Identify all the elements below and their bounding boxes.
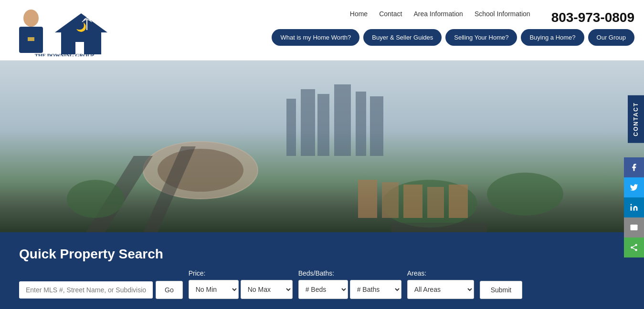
twitter-button[interactable] xyxy=(624,177,644,197)
svg-point-1 xyxy=(635,244,637,247)
price-max-select[interactable]: No Max xyxy=(241,280,293,299)
search-section: Quick Property Search Go Price: No Min N… xyxy=(0,232,644,309)
svg-rect-19 xyxy=(334,84,351,156)
email-button[interactable] xyxy=(624,217,644,237)
price-field-group: Price: No Min No Max xyxy=(189,269,293,299)
svg-rect-32 xyxy=(427,187,444,218)
svg-point-28 xyxy=(487,173,563,216)
nav-home[interactable]: Home xyxy=(350,10,368,25)
home-worth-button[interactable]: What is my Home Worth? xyxy=(272,29,359,46)
buying-home-button[interactable]: Buying a Home? xyxy=(521,29,584,46)
beds-baths-field-group: Beds/Baths: # Beds # Baths xyxy=(298,269,401,299)
svg-rect-34 xyxy=(391,223,487,232)
svg-line-4 xyxy=(633,248,635,249)
buyer-seller-guides-button[interactable]: Buyer & Seller Guides xyxy=(363,29,442,46)
beds-select[interactable]: # Beds xyxy=(298,280,348,299)
svg-line-5 xyxy=(633,246,635,247)
areas-select[interactable]: All Areas xyxy=(407,280,474,299)
svg-point-3 xyxy=(635,249,637,251)
svg-rect-30 xyxy=(382,182,399,218)
header: 🌙 THE DOWNING GROUP Home Contact Area In… xyxy=(0,0,644,61)
svg-rect-33 xyxy=(449,185,468,218)
svg-rect-18 xyxy=(317,94,329,156)
nav-school-info[interactable]: School Information xyxy=(475,10,530,25)
svg-rect-17 xyxy=(301,89,315,156)
svg-text:THE DOWNING GROUP: THE DOWNING GROUP xyxy=(35,52,95,56)
contact-sidebar[interactable]: CONTACT xyxy=(628,95,644,143)
areas-field-group: Areas: All Areas xyxy=(407,269,474,299)
svg-point-2 xyxy=(631,247,633,249)
social-sidebar xyxy=(624,157,644,258)
svg-text:🌙: 🌙 xyxy=(76,22,87,32)
nav-contact[interactable]: Contact xyxy=(379,10,402,25)
areas-label: Areas: xyxy=(407,269,474,277)
contact-tab-label[interactable]: CONTACT xyxy=(628,95,644,143)
price-min-select[interactable]: No Min xyxy=(189,280,239,299)
nav-area-info[interactable]: Area Information xyxy=(413,10,463,25)
search-form: Go Price: No Min No Max Beds/Baths: # Be… xyxy=(19,269,625,299)
svg-point-6 xyxy=(23,10,39,27)
selling-home-button[interactable]: Selling Your Home? xyxy=(445,29,517,46)
beds-baths-label: Beds/Baths: xyxy=(298,269,401,277)
logo-area: 🌙 THE DOWNING GROUP xyxy=(10,4,119,56)
svg-rect-29 xyxy=(358,180,377,218)
hero-image xyxy=(0,61,644,232)
svg-rect-20 xyxy=(356,92,366,156)
facebook-button[interactable] xyxy=(624,157,644,177)
mls-search-input[interactable] xyxy=(19,281,153,299)
price-label: Price: xyxy=(189,269,293,277)
svg-point-0 xyxy=(631,204,632,206)
share-button[interactable] xyxy=(624,237,644,258)
search-title: Quick Property Search xyxy=(19,247,625,262)
svg-point-26 xyxy=(67,180,124,218)
svg-rect-31 xyxy=(403,185,422,218)
go-button[interactable]: Go xyxy=(156,281,183,299)
svg-rect-16 xyxy=(286,99,296,156)
our-group-button[interactable]: Our Group xyxy=(588,29,634,46)
linkedin-button[interactable] xyxy=(624,197,644,217)
phone-number: 803-973-0809 xyxy=(551,10,634,25)
nav-buttons: What is my Home Worth? Buyer & Seller Gu… xyxy=(272,29,634,51)
svg-rect-21 xyxy=(370,96,383,156)
nav-right: Home Contact Area Information School Inf… xyxy=(272,10,634,51)
baths-select[interactable]: # Baths xyxy=(350,280,401,299)
top-nav-links: Home Contact Area Information School Inf… xyxy=(350,10,634,25)
svg-rect-8 xyxy=(28,37,34,41)
submit-button[interactable]: Submit xyxy=(480,281,523,299)
